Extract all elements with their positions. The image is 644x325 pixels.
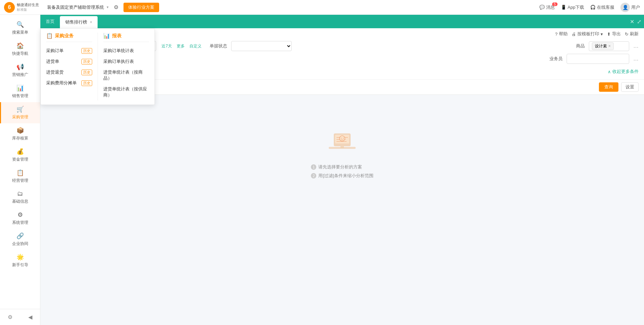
quick-7days-button[interactable]: 近7天	[160, 43, 173, 50]
menu-item-return-goods[interactable]: 进货退货 历史	[46, 67, 92, 78]
salesperson-dots-button[interactable]: …	[633, 56, 639, 62]
sidebar-item-label: 快捷导航	[12, 51, 28, 56]
purchase-col: 📋 采购业务 采购订单 历史 进货单 历史 进货退货 历史 采购费用分摊单	[41, 33, 98, 100]
tab-maximize-button[interactable]: ⤢	[637, 18, 641, 25]
sidebar-item-label: 系统管理	[12, 220, 28, 226]
menu-item-po-execute[interactable]: 采购订单执行表	[103, 56, 149, 67]
user-button[interactable]: 👤 用户	[620, 3, 640, 12]
empty-illustration	[324, 122, 361, 159]
system-chevron-icon[interactable]: ▾	[107, 5, 109, 9]
settings-button[interactable]: 设置	[621, 82, 639, 92]
collapse-button[interactable]: ∧ 收起更多条件	[608, 69, 639, 75]
quick-custom-button[interactable]: 自定义	[188, 43, 203, 50]
menu-item-inbound[interactable]: 进货单 历史	[46, 56, 92, 67]
sidebar-item-quick-nav[interactable]: 🏠 快捷导航	[0, 39, 40, 60]
menu-item-label: 进货单统计表（按商品）	[103, 69, 149, 81]
help-button[interactable]: ? 帮助	[555, 31, 568, 37]
menu-item-purchase-order[interactable]: 采购订单 历史	[46, 45, 92, 56]
logo-area: 6 畅捷通好生意 标准版	[4, 2, 44, 13]
sidebar-item-enterprise[interactable]: 🔗 企业协同	[0, 229, 40, 250]
query-button[interactable]: 查询	[599, 82, 618, 92]
report-col-title: 报表	[112, 33, 121, 39]
sidebar-item-operations[interactable]: 📋 经营管理	[0, 166, 40, 187]
bill-status-select[interactable]	[231, 41, 292, 51]
svg-point-7	[339, 136, 345, 141]
goods-dots-button[interactable]: …	[633, 43, 639, 49]
refresh-icon: ↻	[625, 32, 629, 37]
basic-icon: 🗂	[17, 190, 23, 197]
operations-icon: 📋	[16, 169, 24, 176]
enterprise-icon: 🔗	[16, 232, 24, 240]
sidebar-item-sales[interactable]: 📊 销售管理	[0, 81, 40, 102]
finance-icon: 💰	[16, 148, 24, 155]
logo-text: 畅捷通好生意	[17, 2, 39, 7]
sidebar-item-label: 经营管理	[12, 178, 28, 184]
guide-icon: 🌟	[16, 253, 24, 261]
industry-btn[interactable]: 体验行业方案	[123, 3, 159, 12]
svg-point-8	[341, 138, 342, 139]
sidebar-item-purchase[interactable]: 🛒 采购管理	[0, 102, 40, 123]
menu-item-label: 进货单	[46, 58, 59, 65]
sidebar-item-system[interactable]: ⚙ 系统管理	[0, 208, 40, 229]
system-settings-button[interactable]: ⚙	[111, 3, 121, 12]
sidebar-item-guide[interactable]: 🌟 新手引导	[0, 250, 40, 271]
sidebar-item-label: 资金管理	[12, 157, 28, 162]
menu-item-label: 采购订单	[46, 48, 64, 54]
purchase-col-header: 📋 采购业务	[46, 33, 92, 42]
tab-close-window-button[interactable]: ✕	[630, 18, 634, 25]
system-icon: ⚙	[17, 211, 23, 218]
menu-item-expense-split[interactable]: 采购费用分摊单 历史	[46, 78, 92, 88]
settings-bottom-button[interactable]: ⚙	[6, 313, 14, 322]
help-icon: ?	[555, 32, 558, 37]
sidebar-item-label: 企业协同	[12, 241, 28, 247]
menu-item-inbound-stats-goods[interactable]: 进货单统计表（按商品）	[103, 67, 149, 84]
empty-state: 1 请先选择要分析的方案 2 用[过滤]条件来缩小分析范围	[40, 95, 644, 207]
tab-close-button[interactable]: ×	[90, 20, 92, 25]
report-col-icon: 📊	[103, 33, 110, 39]
history-badge: 历史	[81, 80, 92, 86]
tab-home[interactable]: 首页	[40, 15, 60, 28]
menu-item-label: 进货退货	[46, 69, 64, 75]
menu-item-po-stats[interactable]: 采购订单统计表	[103, 45, 149, 56]
sidebar-item-label: 基础信息	[12, 199, 28, 204]
menu-item-inbound-stats-supplier[interactable]: 进货单统计表（按供应商）	[103, 84, 149, 100]
refresh-button[interactable]: ↻ 刷新	[625, 31, 639, 37]
collapse-sidebar-button[interactable]: ◀	[27, 313, 34, 322]
tab-active-label: 销售排行榜	[65, 19, 87, 25]
quick-dates: 近7天 更多 自定义	[160, 43, 203, 50]
tab-sales-ranking[interactable]: 销售排行榜 ×	[60, 16, 98, 28]
sidebar-item-finance[interactable]: 💰 资金管理	[0, 145, 40, 166]
purchase-icon: 🛒	[16, 106, 24, 113]
app-download-button[interactable]: 📱 App下载	[561, 4, 584, 10]
tab-home-label: 首页	[46, 18, 55, 25]
sidebar-item-label: 库存核算	[12, 135, 28, 141]
sales-icon: 📊	[16, 84, 24, 92]
report-col-header: 📊 报表	[103, 33, 149, 42]
dropdown-overlay: 📋 采购业务 采购订单 历史 进货单 历史 进货退货 历史 采购费用分摊单	[40, 28, 155, 105]
export-button[interactable]: ⬆ 导出	[607, 31, 621, 37]
message-button[interactable]: 💬 消息 5	[539, 4, 555, 10]
avatar: 👤	[620, 3, 630, 12]
quick-more-button[interactable]: 更多	[175, 43, 186, 50]
sidebar-item-search[interactable]: 🔍 搜索菜单	[0, 17, 40, 39]
salesperson-input[interactable]	[567, 54, 629, 64]
online-service-button[interactable]: 🎧 在线客服	[590, 4, 614, 10]
print-button[interactable]: 🖨 按模板打印 ▾	[572, 31, 603, 37]
sidebar-item-label: 新手引导	[12, 262, 28, 268]
export-icon: ⬆	[607, 32, 611, 37]
sidebar: 🔍 搜索菜单 🏠 快捷导航 📢 营销推广 📊 销售管理 🛒 采购管理 📦 库存核…	[0, 15, 40, 325]
sidebar-item-basic[interactable]: 🗂 基础信息	[0, 187, 40, 208]
report-col: 📊 报表 采购订单统计表 采购订单执行表 进货单统计表（按商品） 进货单统计表（…	[98, 33, 155, 100]
sidebar-item-marketing[interactable]: 📢 营销推广	[0, 60, 40, 81]
system-name: 装备及固定资产辅助管理系统	[47, 4, 104, 10]
purchase-col-title: 采购业务	[55, 33, 74, 39]
top-bar: 6 畅捷通好生意 标准版 装备及固定资产辅助管理系统 ▾ ⚙ 体验行业方案 💬 …	[0, 0, 644, 15]
dropdown-menu: 📋 采购业务 采购订单 历史 进货单 历史 进货退货 历史 采购费用分摊单	[40, 28, 155, 105]
sidebar-item-label: 搜索菜单	[12, 30, 28, 35]
online-service-label: 在线客服	[597, 4, 614, 10]
home-icon: 🏠	[16, 42, 24, 49]
phone-icon: 📱	[561, 5, 566, 10]
goods-tag-close[interactable]: ×	[608, 44, 611, 48]
user-label: 用户	[631, 4, 640, 10]
sidebar-item-inventory[interactable]: 📦 库存核算	[0, 123, 40, 145]
